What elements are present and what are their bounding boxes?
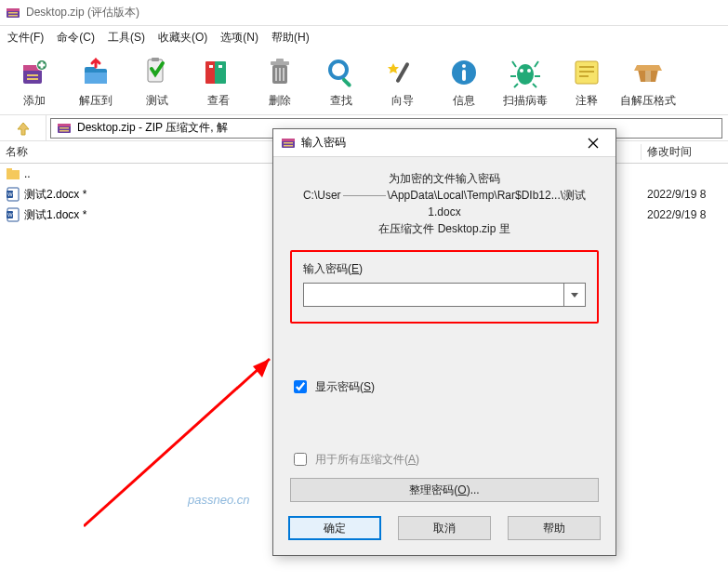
- menu-options[interactable]: 选项(N): [220, 30, 258, 46]
- menu-favorites[interactable]: 收藏夹(O): [158, 30, 207, 46]
- password-label: 输入密码(E): [303, 261, 586, 277]
- svg-rect-49: [7, 168, 12, 172]
- watermark: passneo.cn: [188, 493, 250, 507]
- toolbar-wizard-button[interactable]: 向导: [372, 54, 433, 112]
- folder-up-icon: [6, 166, 20, 181]
- ok-button[interactable]: 确定: [288, 516, 381, 540]
- file-name: ..: [24, 167, 31, 180]
- window-title: Desktop.zip (评估版本): [26, 5, 139, 20]
- toolbar-view-label: 查看: [207, 93, 230, 109]
- svg-rect-14: [85, 73, 107, 84]
- toolbar-add-label: 添加: [23, 93, 46, 109]
- column-modified[interactable]: 修改时间: [642, 144, 728, 160]
- svg-point-36: [527, 69, 531, 73]
- toolbar-find-button[interactable]: 查找: [311, 54, 372, 112]
- svg-rect-23: [276, 59, 284, 62]
- toolbar-wizard-label: 向导: [391, 93, 414, 109]
- svg-rect-28: [341, 77, 351, 87]
- svg-rect-60: [284, 142, 293, 144]
- close-icon: [588, 138, 599, 149]
- file-modified: 2022/9/19 8: [642, 208, 728, 221]
- svg-rect-39: [579, 71, 594, 73]
- menu-commands[interactable]: 命令(C): [57, 30, 95, 46]
- titlebar: Desktop.zip (评估版本): [0, 0, 728, 26]
- dialog-title: 输入密码: [301, 135, 571, 151]
- svg-point-34: [517, 64, 534, 85]
- svg-rect-46: [60, 127, 69, 129]
- svg-rect-24: [275, 68, 277, 81]
- menu-tools[interactable]: 工具(S): [108, 30, 145, 46]
- password-dropdown-button[interactable]: [563, 283, 586, 307]
- svg-rect-29: [395, 62, 409, 84]
- archive-icon: [57, 121, 72, 136]
- help-button[interactable]: 帮助: [508, 516, 601, 540]
- docx-icon: W: [6, 207, 20, 222]
- show-password-input[interactable]: [294, 380, 307, 393]
- svg-rect-61: [284, 145, 293, 147]
- svg-rect-20: [218, 65, 222, 68]
- svg-point-32: [462, 64, 466, 68]
- svg-rect-15: [148, 60, 163, 82]
- toolbar-scan-label: 扫描病毒: [503, 93, 548, 109]
- app-icon: [6, 6, 20, 20]
- menu-help[interactable]: 帮助(H): [271, 30, 310, 46]
- show-password-checkbox[interactable]: 显示密码(S): [290, 377, 599, 396]
- organize-passwords-button[interactable]: 整理密码(O)...: [290, 478, 599, 502]
- svg-rect-40: [579, 75, 589, 77]
- password-dialog: 输入密码 为加密的文件输入密码 C:\User\AppData\Local\Te…: [272, 128, 616, 556]
- file-name: 测试2.docx *: [24, 187, 86, 203]
- svg-marker-57: [253, 359, 270, 377]
- close-button[interactable]: [576, 133, 610, 153]
- svg-marker-42: [634, 65, 662, 71]
- toolbar-scan-button[interactable]: 扫描病毒: [495, 54, 556, 112]
- toolbar-test-label: 测试: [146, 93, 168, 109]
- file-modified: 2022/9/19 8: [642, 188, 728, 201]
- toolbar-add-button[interactable]: 添加: [4, 54, 65, 112]
- dialog-msg-line1: 为加密的文件输入密码: [290, 170, 599, 187]
- menu-file[interactable]: 文件(F): [7, 30, 44, 46]
- svg-rect-2: [8, 12, 18, 14]
- toolbar-test-button[interactable]: 测试: [126, 54, 188, 112]
- dialog-message: 为加密的文件输入密码 C:\User\AppData\Local\Temp\Ra…: [290, 170, 599, 237]
- svg-rect-59: [282, 139, 295, 141]
- svg-rect-45: [58, 124, 71, 126]
- cancel-button[interactable]: 取消: [398, 516, 491, 540]
- dialog-msg-line2: C:\User\AppData\Local\Temp\Rar$DIb12...\…: [290, 187, 599, 220]
- toolbar-info-button[interactable]: 信息: [433, 54, 495, 112]
- toolbar-extract-label: 解压到: [79, 93, 113, 109]
- dialog-titlebar: 输入密码: [273, 129, 615, 157]
- svg-point-27: [330, 61, 347, 78]
- use-for-all-checkbox[interactable]: 用于所有压缩文件(A): [290, 450, 599, 469]
- password-group-highlight: 输入密码(E): [290, 250, 599, 324]
- up-button[interactable]: [0, 115, 46, 141]
- dialog-icon: [281, 136, 296, 151]
- use-for-all-input[interactable]: [294, 453, 307, 466]
- toolbar: 添加 解压到 测试 查看 删除 查找 向导 信息 扫描病毒 注释 自解压格式: [0, 48, 728, 115]
- svg-rect-3: [8, 15, 18, 17]
- svg-rect-6: [27, 74, 38, 76]
- svg-text:W: W: [7, 192, 13, 197]
- toolbar-view-button[interactable]: 查看: [188, 54, 249, 112]
- file-name: 测试1.docx *: [24, 207, 86, 223]
- svg-rect-13: [85, 67, 96, 73]
- toolbar-comment-button[interactable]: 注释: [556, 54, 617, 112]
- toolbar-find-label: 查找: [330, 93, 352, 109]
- svg-rect-16: [152, 58, 159, 61]
- toolbar-info-label: 信息: [453, 93, 475, 109]
- dialog-buttons: 确定 取消 帮助: [273, 507, 615, 555]
- svg-rect-7: [27, 78, 38, 80]
- annotation-arrow: [84, 350, 288, 536]
- svg-point-35: [520, 69, 523, 73]
- toolbar-delete-button[interactable]: 删除: [249, 54, 311, 112]
- svg-rect-11: [39, 64, 46, 67]
- svg-rect-43: [645, 71, 651, 82]
- toolbar-delete-label: 删除: [269, 93, 291, 109]
- svg-rect-47: [60, 130, 69, 132]
- svg-marker-30: [388, 63, 399, 73]
- toolbar-sfx-label: 自解压格式: [620, 93, 676, 109]
- password-input[interactable]: [303, 283, 563, 307]
- toolbar-extract-button[interactable]: 解压到: [65, 54, 126, 112]
- toolbar-sfx-button[interactable]: 自解压格式: [617, 54, 679, 112]
- dialog-body: 为加密的文件输入密码 C:\User\AppData\Local\Temp\Ra…: [273, 157, 615, 507]
- svg-rect-26: [283, 68, 285, 81]
